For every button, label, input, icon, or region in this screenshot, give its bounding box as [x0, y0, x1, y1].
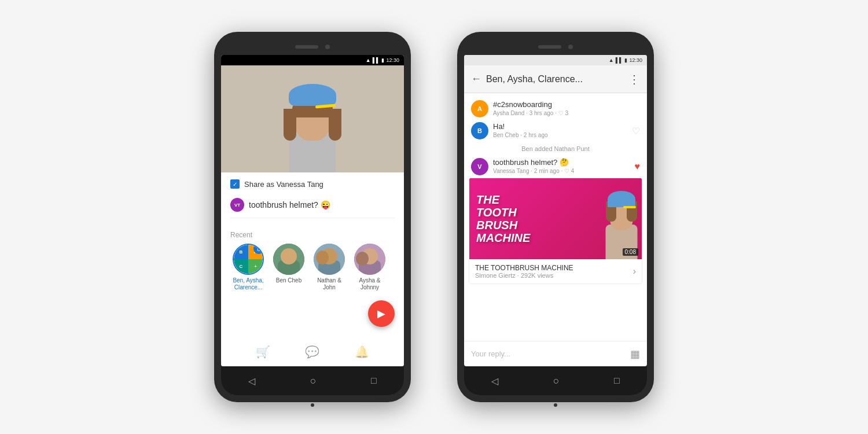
video-title-line3: BRUSH [476, 219, 530, 231]
signal-icon-2: ▌▌ [616, 57, 623, 63]
back-button[interactable]: ← [471, 73, 481, 85]
recent-name-group: Ben, Aysha, Clarence... [230, 277, 266, 291]
back-nav-button-2[interactable]: ◁ [491, 376, 498, 387]
video-thumbnail: THE TOOTH BRUSH MACHINE 0:08 [469, 178, 642, 259]
share-as-row: ✓ Share as Vanessa Tang [230, 179, 395, 189]
recent-name-stacy: Stacy Alejane... [392, 277, 395, 291]
likes-count-aysha: 3 [565, 110, 568, 116]
recent-avatar-group: B A C + 8 [233, 244, 264, 275]
video-views: 292K views [521, 272, 553, 279]
message-content-ben: Ha! Ben Cheb · 2 hrs ago [493, 122, 627, 138]
video-info: THE TOOTHBRUSH MACHINE Simone Giertz · 2… [469, 259, 642, 284]
video-title-line1: THE [476, 193, 530, 206]
recent-item-aysha[interactable]: Aysha & Johnny [352, 244, 388, 291]
notification-icon: 🔔 [355, 345, 369, 359]
likes-count-vanessa: 4 [571, 168, 575, 174]
sender-aysha: Aysha Dand [493, 110, 524, 116]
status-bar-1: ▲ ▌▌ ▮ 12:30 [221, 55, 404, 65]
user-avatar-small: VT [230, 198, 244, 212]
video-info-title: THE TOOTHBRUSH MACHINE [475, 264, 633, 272]
status-icons: ▲ ▌▌ ▮ 12:30 [366, 57, 399, 63]
recent-avatar-nathan [314, 244, 345, 275]
phone-2-speaker [538, 45, 561, 49]
chevron-right-icon: › [633, 266, 636, 277]
video-info-text: THE TOOTHBRUSH MACHINE Simone Giertz · 2… [475, 264, 633, 279]
message-content-aysha: #c2snowboarding Aysha Dand · 3 hrs ago ·… [493, 100, 640, 116]
message-aysha: A #c2snowboarding Aysha Dand · 3 hrs ago… [464, 98, 647, 120]
home-nav-button-2[interactable]: ○ [553, 375, 560, 387]
phone-1-screen: ▲ ▌▌ ▮ 12:30 [221, 55, 404, 366]
likes-sep-vanessa: · ♡ [561, 168, 571, 174]
avatar-ben: B [471, 122, 488, 139]
message-meta-ben: Ben Cheb · 2 hrs ago [493, 132, 627, 138]
reply-bar: Your reply... ▦ [464, 341, 647, 366]
recent-item-group[interactable]: B A C + 8 Ben, Aysha, Clarence... [230, 244, 266, 291]
wifi-icon: ▲ [366, 57, 371, 63]
more-button[interactable]: ⋮ [628, 72, 640, 86]
heart-vanessa[interactable]: ♥ [635, 161, 641, 172]
chat-title: Ben, Aysha, Clarence... [486, 74, 624, 84]
recent-name-aysha: Aysha & Johnny [352, 277, 388, 291]
chat-messages: A #c2snowboarding Aysha Dand · 3 hrs ago… [464, 93, 647, 341]
status-bar-2: ▲ ▌▌ ▮ 12:30 [464, 55, 647, 65]
heart-ben[interactable]: ♡ [632, 126, 640, 137]
phone-1-top-bar [221, 39, 404, 55]
video-card[interactable]: THE TOOTH BRUSH MACHINE 0:08 THE TOOTHBR… [469, 178, 642, 284]
sender-vanessa: Vanessa Tang [493, 168, 529, 174]
recents-nav-button-2[interactable]: □ [614, 376, 620, 386]
phone-dot [311, 403, 314, 407]
chat-header: ← Ben, Aysha, Clarence... ⋮ [464, 65, 647, 93]
attach-icon[interactable]: ▦ [630, 348, 640, 361]
video-duration: 0:08 [623, 248, 638, 256]
video-title-line4: MACHINE [476, 231, 530, 244]
fade-nav-area: 🛒 💬 🔔 [221, 337, 404, 366]
share-checkbox[interactable]: ✓ [230, 179, 240, 189]
av-cell-4: + [248, 259, 263, 274]
home-nav-button[interactable]: ○ [310, 375, 317, 387]
time-val-aysha: 3 hrs ago [529, 110, 554, 116]
video-person [272, 80, 353, 172]
video-title-overlay: THE TOOTH BRUSH MACHINE [476, 193, 530, 244]
phone-2: ▲ ▌▌ ▮ 12:30 ← Ben, Aysha, Clarence... ⋮… [457, 32, 654, 402]
message-content-vanessa: toothbrush helmet? 🤔 Vanessa Tang · 2 mi… [493, 158, 630, 174]
message-meta-vanessa: Vanessa Tang · 2 min ago · ♡ 4 [493, 168, 630, 174]
back-nav-button[interactable]: ◁ [248, 376, 255, 387]
status-icons-2: ▲ ▌▌ ▮ 12:30 [609, 57, 642, 63]
reply-input[interactable]: Your reply... [471, 350, 630, 358]
wifi-icon-2: ▲ [609, 57, 614, 63]
video-thumbnail-area [221, 65, 404, 172]
message-row: VT toothbrush helmet? 😜 [230, 194, 395, 218]
recent-name-nathan: Nathan & John [311, 277, 347, 291]
recent-avatar-ben [273, 244, 304, 275]
recent-label: Recent [230, 231, 395, 239]
message-vanessa: V toothbrush helmet? 🤔 Vanessa Tang · 2 … [464, 156, 647, 178]
message-ben: B Ha! Ben Cheb · 2 hrs ago ♡ [464, 120, 647, 142]
recents-nav-button[interactable]: □ [371, 376, 377, 386]
time-display: 12:30 [386, 57, 399, 63]
message-text: toothbrush helmet? 😜 [249, 200, 330, 209]
scene: ▲ ▌▌ ▮ 12:30 [0, 0, 868, 434]
phone-2-screen: ▲ ▌▌ ▮ 12:30 ← Ben, Aysha, Clarence... ⋮… [464, 55, 647, 366]
phone-1-bottom-nav: ◁ ○ □ [221, 366, 404, 395]
video-info-sub: Simone Giertz · 292K views [475, 272, 633, 279]
message-text-ben: Ha! [493, 122, 627, 131]
phone-2-camera [568, 45, 573, 49]
battery-icon: ▮ [381, 57, 384, 63]
recent-item-stacy[interactable]: Stacy Alejane... [392, 244, 395, 291]
avatar-aysha: A [471, 100, 488, 117]
recent-name-ben: Ben Cheb [276, 277, 301, 284]
likes-aysha: · ♡ [555, 110, 565, 116]
recent-item-ben[interactable]: Ben Cheb [271, 244, 307, 291]
message-text-aysha: #c2snowboarding [493, 100, 640, 109]
recent-item-nathan[interactable]: Nathan & John [311, 244, 347, 291]
cart-icon: 🛒 [256, 345, 270, 359]
send-fab[interactable]: ▶ [368, 300, 395, 327]
time-val-ben: 2 hrs ago [524, 132, 548, 138]
battery-icon-2: ▮ [624, 57, 627, 63]
avatar-vanessa: V [471, 158, 488, 175]
message-meta-aysha: Aysha Dand · 3 hrs ago · ♡ 3 [493, 110, 640, 116]
phone-camera [325, 45, 330, 49]
recent-avatars-list: B A C + 8 Ben, Aysha, Clarence... [230, 244, 395, 291]
recent-section: Recent B A C + 8 Ben, [221, 225, 404, 297]
system-message: Ben added Nathan Punt [464, 142, 647, 156]
